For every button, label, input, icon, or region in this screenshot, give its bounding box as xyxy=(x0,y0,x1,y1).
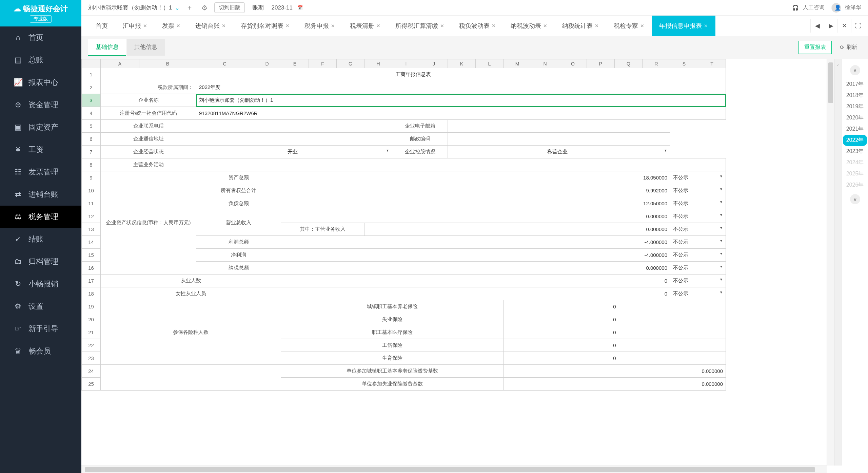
col-header[interactable]: P xyxy=(587,59,615,68)
value-cell[interactable]: 0.000000 xyxy=(281,210,670,223)
value-cell[interactable]: -4.000000 xyxy=(281,236,670,249)
year-up[interactable]: ∧ xyxy=(850,65,860,75)
tab-2[interactable]: 发票✕ xyxy=(155,16,188,36)
row-header[interactable]: 2 xyxy=(82,81,101,94)
year-2018年[interactable]: 2018年 xyxy=(843,90,867,101)
value-cell[interactable]: 0.000000 xyxy=(504,365,726,378)
publish-dropdown[interactable]: 不公示▼ xyxy=(670,287,726,300)
col-header[interactable]: G xyxy=(337,59,364,68)
value-cell[interactable] xyxy=(448,120,670,133)
value-cell[interactable] xyxy=(448,133,670,146)
row-header[interactable]: 19 xyxy=(82,300,101,313)
value-cell[interactable] xyxy=(196,133,392,146)
nav-13[interactable]: ☞新手引导 xyxy=(0,318,81,340)
row-header[interactable]: 10 xyxy=(82,184,101,197)
subtab-0[interactable]: 基础信息 xyxy=(88,39,126,56)
publish-dropdown[interactable]: 不公示▼ xyxy=(670,171,726,184)
publish-dropdown[interactable]: 不公示▼ xyxy=(670,197,726,210)
nav-9[interactable]: ✓结账 xyxy=(0,228,81,250)
value-cell[interactable]: 0 xyxy=(281,287,670,300)
subtab-1[interactable]: 其他信息 xyxy=(127,39,165,56)
close-icon[interactable]: ✕ xyxy=(440,23,444,29)
tab-3[interactable]: 进销台账✕ xyxy=(188,16,233,36)
row-header[interactable]: 9 xyxy=(82,171,101,184)
publish-dropdown[interactable]: 不公示▼ xyxy=(670,210,726,223)
tab-prev[interactable]: ◀ xyxy=(810,19,824,33)
close-icon[interactable]: ✕ xyxy=(543,23,547,29)
row-header[interactable]: 16 xyxy=(82,262,101,275)
row-header[interactable]: 17 xyxy=(82,275,101,287)
row-header[interactable]: 18 xyxy=(82,287,101,300)
tab-1[interactable]: 汇申报✕ xyxy=(115,16,155,36)
tab-4[interactable]: 存货别名对照表✕ xyxy=(233,16,297,36)
old-version-button[interactable]: 切到旧版 xyxy=(214,2,245,13)
col-header[interactable]: M xyxy=(504,59,531,68)
consult-link[interactable]: 人工咨询 xyxy=(803,4,825,11)
col-header[interactable]: S xyxy=(670,59,698,68)
close-icon[interactable]: ✕ xyxy=(704,23,708,29)
publish-dropdown[interactable]: 不公示▼ xyxy=(670,275,726,287)
company-name-cell[interactable]: 刘小艳演示账套（勿删勿动！）1 xyxy=(196,94,726,107)
nav-7[interactable]: ⇄进销台账 xyxy=(0,183,81,206)
close-icon[interactable]: ✕ xyxy=(331,23,335,29)
col-header[interactable]: H xyxy=(364,59,392,68)
value-cell[interactable]: 18.050000 xyxy=(281,171,670,184)
close-icon[interactable]: ✕ xyxy=(376,23,380,29)
tab-7[interactable]: 所得税汇算清缴✕ xyxy=(388,16,452,36)
row-header[interactable]: 22 xyxy=(82,339,101,352)
add-button[interactable]: ＋ xyxy=(184,3,195,13)
col-header[interactable]: E xyxy=(281,59,309,68)
year-2022年[interactable]: 2022年 xyxy=(843,135,867,146)
col-header[interactable]: R xyxy=(643,59,670,68)
tab-0[interactable]: 首页 xyxy=(88,16,115,36)
tab-12[interactable]: 年报信息申报表✕ xyxy=(652,16,715,36)
value-cell[interactable] xyxy=(196,158,726,171)
refresh-button[interactable]: ⟳刷新 xyxy=(836,41,861,54)
nav-8[interactable]: ⚖税务管理 xyxy=(0,206,81,228)
close-icon[interactable]: ✕ xyxy=(176,23,180,29)
row-header[interactable]: 8 xyxy=(82,158,101,171)
reg-value[interactable]: 91320811MA7NGR2W6R xyxy=(196,107,726,120)
close-icon[interactable]: ✕ xyxy=(492,23,496,29)
row-header[interactable]: 24 xyxy=(82,365,101,378)
row-header[interactable]: 4 xyxy=(82,107,101,120)
value-cell[interactable]: 0 xyxy=(281,275,670,287)
value-cell[interactable]: 0.000000 xyxy=(281,262,670,275)
col-header[interactable]: F xyxy=(309,59,337,68)
value-cell[interactable]: 0 xyxy=(504,326,726,339)
row-header[interactable]: 14 xyxy=(82,236,101,249)
row-header[interactable]: 7 xyxy=(82,146,101,158)
row-header[interactable]: 12 xyxy=(82,210,101,223)
col-header[interactable]: D xyxy=(253,59,281,68)
value-cell[interactable]: -4.000000 xyxy=(281,249,670,262)
row-header[interactable]: 23 xyxy=(82,352,101,365)
avatar[interactable]: 👤 xyxy=(831,3,841,13)
col-header[interactable]: L xyxy=(476,59,504,68)
col-header[interactable]: O xyxy=(559,59,587,68)
year-2023年[interactable]: 2023年 xyxy=(843,146,867,157)
tab-10[interactable]: 纳税统计表✕ xyxy=(555,16,606,36)
col-header[interactable]: Q xyxy=(615,59,643,68)
period-value[interactable]: 2023-11 xyxy=(271,4,292,11)
nav-6[interactable]: ☷发票管理 xyxy=(0,161,81,183)
fullscreen-icon[interactable]: ⛶ xyxy=(851,19,865,33)
nav-1[interactable]: ▤总账 xyxy=(0,49,81,71)
col-header[interactable]: T xyxy=(698,59,726,68)
horizontal-scrollbar[interactable] xyxy=(81,466,827,473)
close-icon[interactable]: ✕ xyxy=(595,23,599,29)
close-icon[interactable]: ✕ xyxy=(285,23,290,29)
col-header[interactable]: K xyxy=(448,59,476,68)
calendar-icon[interactable]: 📅 xyxy=(297,5,303,10)
row-header[interactable]: 1 xyxy=(82,68,101,81)
year-2020年[interactable]: 2020年 xyxy=(843,112,867,124)
nav-2[interactable]: 📈报表中心 xyxy=(0,71,81,94)
nav-4[interactable]: ▣固定资产 xyxy=(0,116,81,138)
close-icon[interactable]: ✕ xyxy=(640,23,644,29)
value-cell[interactable]: 0 xyxy=(504,352,726,365)
row-header[interactable]: 13 xyxy=(82,223,101,236)
value-cell[interactable]: 12.050000 xyxy=(281,197,670,210)
year-2017年[interactable]: 2017年 xyxy=(843,79,867,90)
tabs-close-all[interactable]: ✕ xyxy=(837,19,851,33)
col-header[interactable]: A xyxy=(101,59,139,68)
col-header[interactable]: N xyxy=(531,59,559,68)
